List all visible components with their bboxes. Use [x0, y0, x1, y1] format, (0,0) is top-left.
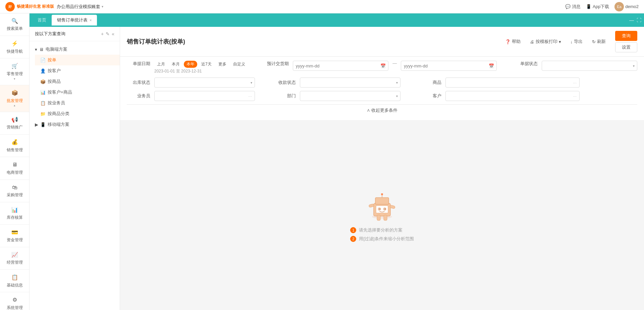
left-panel-icon-btns: + ✎ « [101, 31, 114, 37]
sidebar-item-ecom-mgmt[interactable]: 🖥 电商管理 [0, 157, 29, 179]
sidebar: 🔍 搜索菜单 ⚡ 快捷导航 🛒 零售管理 ▾ 📦 批发管理 ▴ 📢 营销推广 💰… [0, 13, 30, 310]
tab-minimize-icon[interactable]: — [629, 17, 634, 23]
export-button[interactable]: ↓ 导出 [568, 37, 586, 46]
collapse-bar[interactable]: ∧ 收起更多条件 [127, 104, 637, 116]
tab-sales-stat-label: 销售订单统计表 [57, 17, 88, 23]
date-custom[interactable]: 自定义 [230, 61, 248, 68]
settings-button[interactable]: 设置 [615, 42, 637, 52]
avatar: Ea [614, 2, 624, 11]
help-button[interactable]: ❓ 帮助 [502, 37, 523, 46]
tab-bar: 首页 销售订单统计表 × — ⛶ [30, 13, 644, 27]
delivery-date-from-input[interactable] [293, 61, 388, 71]
filter-row-2: 出库状态 ▾ 收款状态 [127, 78, 637, 88]
tab-home[interactable]: 首页 [32, 15, 52, 25]
print-icon: 🖨 [530, 39, 534, 44]
sidebar-item-basic-info[interactable]: 📋 基础信息 [0, 270, 29, 292]
sidebar-item-sys-mgmt[interactable]: ⚙ 系统管理 [0, 292, 29, 310]
date-more[interactable]: 更多 [216, 61, 229, 68]
svg-rect-7 [375, 198, 389, 204]
tree-item-by-goods[interactable]: 📦 按商品 [35, 76, 120, 87]
top-bar-right: 💬 消息 📱 App下载 Ea demo2 [565, 2, 639, 11]
ship-status-label: 出库状态 [127, 80, 150, 86]
sidebar-item-wholesale-mgmt[interactable]: 📦 批发管理 ▴ [0, 85, 29, 112]
filter-row-3: 业务员 ··· 部门 ▾ 客户 [127, 91, 637, 101]
sidebar-item-label: 系统管理 [7, 305, 23, 310]
date-last-month[interactable]: 上月 [154, 61, 168, 68]
left-panel-header: 按以下方案查询 + ✎ « [30, 27, 120, 41]
svg-point-5 [379, 208, 380, 210]
tab-maximize-icon[interactable]: ⛶ [637, 17, 641, 23]
ecom-mgmt-icon: 🖥 [12, 161, 17, 168]
purchase-mgmt-icon: 🛍 [12, 184, 17, 191]
payment-status-select[interactable] [300, 78, 400, 88]
logo-text: 畅捷通好生意 标准版 [17, 4, 54, 9]
refresh-button[interactable]: ↻ 刷新 [589, 37, 608, 46]
sidebar-item-inventory[interactable]: 📊 库存核算 [0, 202, 29, 225]
page-actions: ❓ 帮助 🖨 按模板打印 ▾ ↓ 导出 [502, 31, 638, 52]
print-template-button[interactable]: 🖨 按模板打印 ▾ [527, 37, 564, 46]
tab-close-icon[interactable]: × [90, 18, 92, 22]
sidebar-item-label: 快捷导航 [7, 49, 23, 54]
tree-pc-section[interactable]: ▾ 🖥 电脑端方案 [30, 44, 120, 55]
tree-child-label: 按客户+商品 [48, 89, 72, 95]
hint-2-num: 2 [350, 236, 356, 242]
sidebar-item-search-menu[interactable]: 🔍 搜索菜单 [0, 13, 29, 36]
data-area: 1 请先选择要分析的方案 2 用[过滤]条件来缩小分析范围 [120, 120, 644, 310]
tree-section: ▾ 🖥 电脑端方案 📄 按单 👤 按客户 [30, 41, 120, 133]
app-download-button[interactable]: 📱 App下载 [586, 4, 609, 10]
refresh-label: 刷新 [597, 39, 606, 45]
sys-mgmt-icon: ⚙ [12, 296, 17, 304]
add-scheme-button[interactable]: + [101, 31, 104, 37]
collapse-panel-icon[interactable]: « [112, 31, 114, 37]
goods-select-input[interactable]: ··· [445, 78, 580, 88]
dept-select[interactable] [300, 91, 400, 101]
sidebar-item-marketing[interactable]: 📢 营销推广 [0, 112, 29, 135]
goods-ellipsis: ··· [573, 80, 577, 85]
sidebar-item-sales-mgmt[interactable]: 💰 销售管理 [0, 135, 29, 157]
tree-mobile-section[interactable]: ▶ 📱 移动端方案 [30, 119, 120, 130]
refresh-icon: ↻ [592, 39, 596, 44]
company-select[interactable]: 办公用品行业模拟账套 ▾ [57, 4, 103, 10]
ship-status-select[interactable] [154, 78, 255, 88]
query-button[interactable]: 查询 [615, 31, 637, 41]
order-status-select[interactable] [542, 61, 637, 71]
tree-item-by-category[interactable]: 📁 按商品分类 [35, 108, 120, 119]
delivery-date-to-input[interactable] [401, 61, 496, 71]
tab-sales-stat[interactable]: 销售订单统计表 × [52, 15, 97, 25]
date-last-7[interactable]: 近7天 [199, 61, 214, 68]
sidebar-item-purchase-mgmt[interactable]: 🛍 采购管理 [0, 180, 29, 202]
customer-input[interactable]: ··· [445, 91, 580, 101]
svg-rect-10 [369, 204, 374, 208]
salesperson-input[interactable]: ··· [154, 91, 255, 101]
tree-item-by-order[interactable]: 📄 按单 [35, 55, 120, 65]
filter-section: 单据日期 上月 本月 本年 近7天 更多 自定义 20 [120, 57, 644, 120]
date-label: 单据日期 [127, 61, 150, 67]
search-menu-icon: 🔍 [11, 17, 18, 25]
message-button[interactable]: 💬 消息 [565, 4, 581, 10]
content-area: 首页 销售订单统计表 × — ⛶ 按以下方案查询 [30, 13, 644, 310]
tree-item-by-customer-goods[interactable]: 📊 按客户+商品 [35, 87, 120, 98]
top-bar: 好 畅捷通好生意 标准版 办公用品行业模拟账套 ▾ 💬 消息 📱 App下载 E… [0, 0, 644, 13]
date-this-year[interactable]: 本年 [184, 61, 197, 68]
tree-child-label: 按业务员 [48, 100, 65, 106]
date-this-month[interactable]: 本月 [169, 61, 182, 68]
tree-children: 📄 按单 👤 按客户 📦 按商品 [30, 55, 120, 119]
salesperson-label: 业务员 [127, 93, 150, 99]
user-profile-button[interactable]: Ea demo2 [614, 2, 639, 11]
sidebar-item-operations[interactable]: 📈 经营管理 [0, 247, 29, 270]
collapse-label: ∧ 收起更多条件 [367, 108, 398, 113]
sidebar-item-label: 电商管理 [7, 170, 23, 175]
tree-item-by-customer[interactable]: 👤 按客户 [35, 65, 120, 76]
svg-rect-13 [384, 215, 387, 220]
empty-state: 1 请先选择要分析的方案 2 用[过滤]条件来缩小分析范围 [337, 175, 427, 255]
company-name: 办公用品行业模拟账套 [57, 4, 100, 10]
edit-scheme-icon[interactable]: ✎ [106, 31, 110, 37]
hint-1-num: 1 [350, 227, 356, 233]
svg-point-9 [381, 193, 383, 195]
tree-item-by-salesperson[interactable]: 📋 按业务员 [35, 98, 120, 108]
sidebar-item-finance[interactable]: 💳 资金管理 [0, 225, 29, 247]
sidebar-item-quick-nav[interactable]: ⚡ 快捷导航 [0, 36, 29, 58]
sidebar-item-retail-mgmt[interactable]: 🛒 零售管理 ▾ [0, 58, 29, 85]
main-content: 销售订单统计表(按单) ❓ 帮助 🖨 按模板打印 ▾ [120, 27, 644, 310]
page-title: 销售订单统计表(按单) [127, 38, 185, 46]
